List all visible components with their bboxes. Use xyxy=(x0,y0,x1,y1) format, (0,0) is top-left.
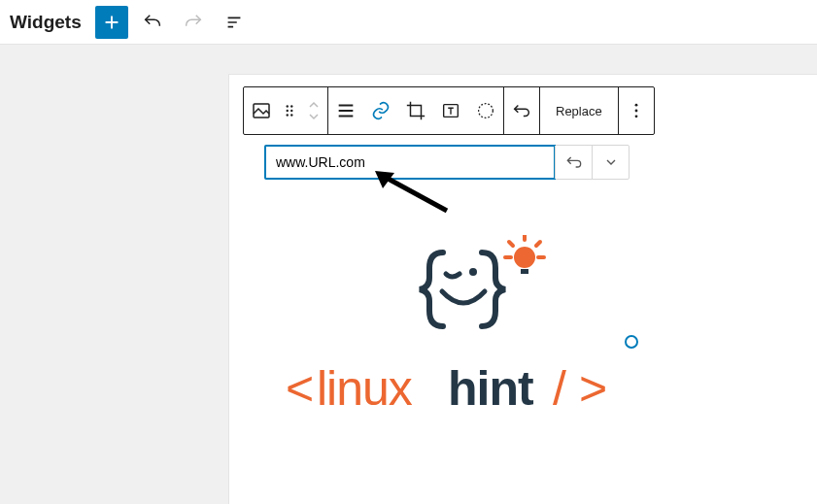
svg-point-2 xyxy=(290,105,292,107)
transform-icon xyxy=(511,100,532,121)
undo-icon xyxy=(142,12,163,33)
logo-text-hint: hint xyxy=(448,361,534,416)
svg-point-5 xyxy=(287,114,289,116)
undo-button[interactable] xyxy=(136,6,169,39)
logo-angle-close: > xyxy=(579,361,607,416)
more-vertical-icon xyxy=(627,101,646,120)
move-down-icon xyxy=(307,112,321,121)
svg-point-11 xyxy=(634,115,637,118)
crop-icon xyxy=(405,100,426,121)
replace-button[interactable]: Replace xyxy=(540,87,618,134)
transform-button[interactable] xyxy=(504,87,539,134)
block-type-button[interactable] xyxy=(244,87,279,134)
drag-handle[interactable] xyxy=(279,87,300,134)
link-button[interactable] xyxy=(363,87,398,134)
redo-button[interactable] xyxy=(177,6,210,39)
submit-link-button[interactable] xyxy=(555,146,592,179)
svg-point-9 xyxy=(634,104,637,107)
block-mover[interactable] xyxy=(300,87,327,134)
page-title: Widgets xyxy=(6,12,87,33)
svg-point-6 xyxy=(290,114,292,116)
svg-point-10 xyxy=(634,110,637,113)
align-button[interactable] xyxy=(328,87,363,134)
submit-icon xyxy=(564,152,584,172)
top-toolbar: Widgets xyxy=(0,0,817,45)
crop-button[interactable] xyxy=(398,87,433,134)
move-up-icon xyxy=(307,100,321,110)
duotone-icon xyxy=(475,100,496,121)
add-block-button[interactable] xyxy=(95,6,128,39)
block-toolbar: Replace xyxy=(243,86,655,135)
svg-point-1 xyxy=(287,105,289,107)
text-overlay-icon xyxy=(440,100,461,121)
more-options-button[interactable] xyxy=(619,87,654,134)
logo-angle-open: < xyxy=(286,361,314,416)
link-popover xyxy=(264,145,630,180)
list-view-button[interactable] xyxy=(218,6,251,39)
svg-point-3 xyxy=(287,110,289,112)
image-block-content[interactable]: < linux hint / > xyxy=(258,235,628,429)
url-input[interactable] xyxy=(264,145,556,180)
logo-text-linux: linux xyxy=(317,361,413,416)
link-settings-toggle[interactable] xyxy=(592,146,629,179)
svg-point-4 xyxy=(290,110,292,112)
editor-canvas: Replace xyxy=(228,74,817,504)
workspace: Replace xyxy=(0,45,817,504)
chevron-down-icon xyxy=(603,154,619,170)
link-icon xyxy=(370,100,391,121)
svg-point-12 xyxy=(469,268,477,276)
drag-icon xyxy=(281,102,298,119)
resize-handle[interactable] xyxy=(625,335,638,349)
logo-slash: / xyxy=(553,361,566,416)
text-overlay-button[interactable] xyxy=(433,87,468,134)
svg-point-8 xyxy=(479,104,494,118)
align-icon xyxy=(335,100,357,121)
plus-icon xyxy=(101,12,122,33)
redo-icon xyxy=(183,12,204,33)
svg-point-13 xyxy=(514,247,535,268)
duotone-button[interactable] xyxy=(468,87,503,134)
image-block-icon xyxy=(250,99,273,122)
list-view-icon xyxy=(223,12,245,33)
